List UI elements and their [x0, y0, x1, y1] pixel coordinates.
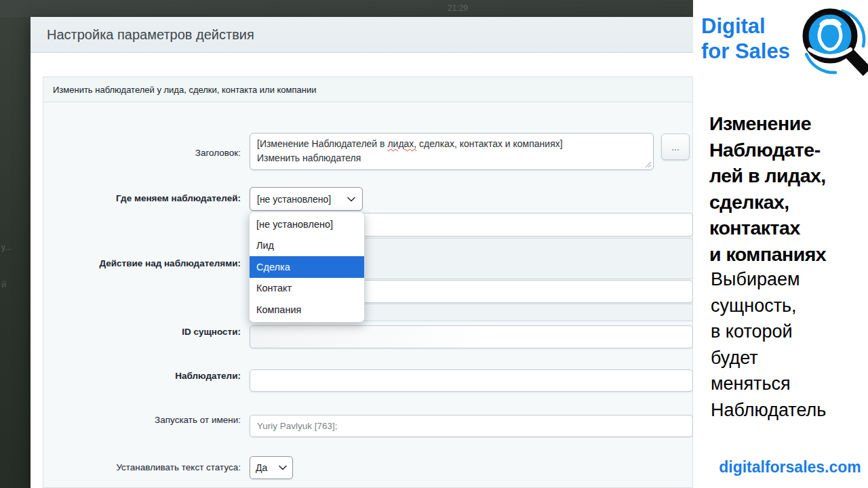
dialog-header: Настройка параметров действия: [31, 17, 693, 53]
run-as-label: Запускать от имени:: [68, 415, 241, 425]
brand-logo-text: Digital for Sales: [701, 14, 790, 64]
textarea-resize-handle-icon[interactable]: [645, 161, 652, 168]
entity-id-input[interactable]: [250, 325, 693, 348]
observers-input[interactable]: [250, 369, 693, 392]
title-text-part1: [Изменение Наблюдателей в: [257, 138, 387, 149]
sidebar-heading-line: сделках,: [709, 189, 826, 216]
brand-logo-line2: for Sales: [701, 39, 790, 64]
misspelled-word: лидах,: [387, 138, 416, 149]
title-textarea-line2: Изменить наблюдателя: [257, 151, 646, 165]
title-field-label: Заголовок:: [68, 148, 241, 158]
website-link[interactable]: digitalforsales.com: [693, 458, 868, 476]
dropdown-option-company[interactable]: Компания: [250, 299, 364, 321]
entity-select-value: [не установлено]: [257, 194, 331, 205]
title-textarea-line1: [Изменение Наблюдателей в лидах, сделках…: [257, 137, 646, 151]
action-field-label: Действие над наблюдателями:: [68, 258, 241, 268]
entity-id-label: ID сущности:: [68, 327, 241, 337]
run-as-input[interactable]: Yuriy Pavlyuk [763];: [250, 415, 693, 437]
background-watermark: й: [1, 279, 6, 289]
title-textarea[interactable]: [Изменение Наблюдателей в лидах, сделках…: [250, 133, 654, 170]
sidebar-description-line: в которой: [711, 319, 826, 345]
action-description-text: Изменить наблюдателей у лида, сделки, ко…: [43, 85, 317, 95]
sidebar-heading-line: контактах: [709, 215, 826, 241]
dropdown-option-contact[interactable]: Контакт: [250, 278, 364, 300]
status-text-select[interactable]: Да: [250, 456, 293, 479]
status-text-label: Устанавливать текст статуса:: [68, 462, 241, 472]
entity-dropdown-list: [не установлено] Лид Сделка Контакт Комп…: [249, 211, 365, 323]
video-top-bar: [0, 0, 693, 17]
chevron-down-icon: [347, 197, 355, 202]
dropdown-option-not-set[interactable]: [не установлено]: [250, 214, 364, 235]
sidebar-heading-line: Наблюдате-: [709, 137, 826, 163]
magnifier-face-logo-icon: [800, 7, 868, 76]
dialog-title: Настройка параметров действия: [31, 27, 254, 43]
sidebar-description-line: Наблюдатель: [711, 397, 826, 424]
sidebar-heading-line: Изменение: [709, 110, 826, 137]
action-description-bar: Изменить наблюдателей у лида, сделки, ко…: [43, 77, 693, 102]
faint-clock-text: 21:29: [448, 3, 468, 13]
chevron-down-icon: [279, 465, 287, 470]
sidebar-description: Выбираем сущность, в которой будет менят…: [711, 266, 826, 423]
sidebar-description-line: Выбираем: [711, 266, 826, 293]
title-more-button[interactable]: ...: [661, 134, 690, 160]
screen: 21:29 y... й Настройка параметров действ…: [0, 0, 868, 488]
entity-select[interactable]: [не установлено]: [250, 187, 363, 211]
sidebar-heading: Изменение Наблюдате- лей в лидах, сделка…: [709, 110, 826, 267]
title-text-part2: сделках, контактах и компаниях]: [416, 138, 562, 149]
sidebar-description-line: сущность,: [711, 293, 826, 319]
entity-select-label: Где меняем наблюдателей:: [68, 193, 241, 203]
sidebar-description-line: меняться: [711, 371, 826, 397]
background-watermark: y...: [1, 243, 12, 252]
dropdown-option-deal[interactable]: Сделка: [250, 256, 364, 278]
annotation-sidebar: Digital for Sales Изменение Наблюдате- л…: [693, 0, 868, 488]
brand-logo-line1: Digital: [701, 14, 790, 39]
observers-label: Наблюдатели:: [68, 371, 241, 381]
sidebar-heading-line: лей в лидах,: [709, 163, 826, 189]
sidebar-description-line: будет: [711, 345, 826, 371]
sidebar-heading-line: и компаниях: [709, 241, 826, 268]
status-text-select-value: Да: [256, 462, 267, 473]
dropdown-option-lead[interactable]: Лид: [250, 235, 364, 257]
